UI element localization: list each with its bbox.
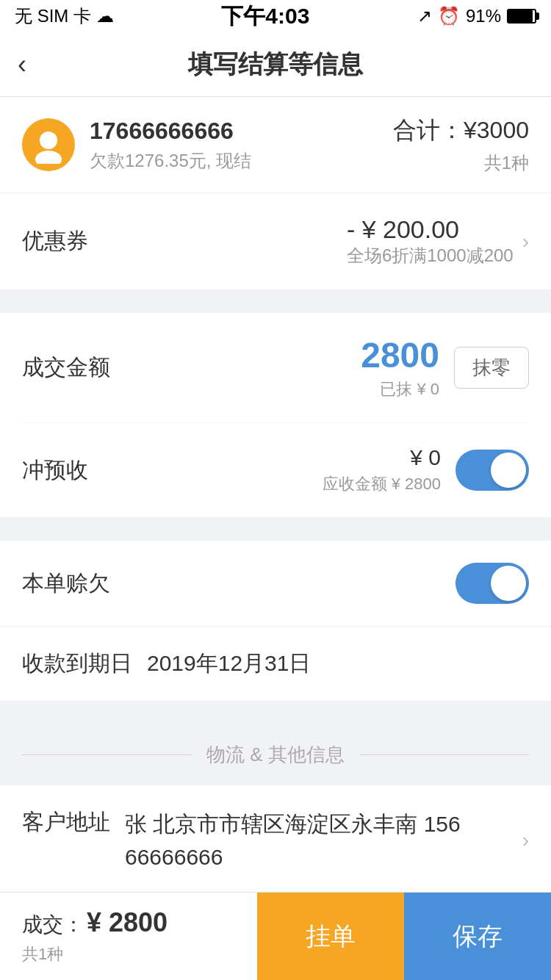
address-section: 客户地址 张 北京市市辖区海淀区永丰南 156 66666666 › bbox=[0, 785, 551, 896]
bad-debt-label: 本单赊欠 bbox=[22, 569, 110, 599]
address-label: 客户地址 bbox=[22, 807, 110, 837]
coupon-label: 优惠券 bbox=[22, 226, 88, 256]
footer-info: 成交： ¥ 2800 共1种 bbox=[0, 907, 257, 965]
precharge-row: 冲预收 ¥ 0 应收金额 ¥ 2800 bbox=[22, 423, 529, 517]
precharge-amount: ¥ 0 bbox=[323, 445, 441, 470]
customer-left: 17666666666 欠款1276.35元, 现结 bbox=[22, 118, 251, 173]
address-chevron-icon: › bbox=[522, 829, 529, 852]
status-bar-right: ↗ ⏰ 91% bbox=[417, 6, 536, 26]
footer-prefix: 成交： bbox=[22, 911, 84, 939]
transaction-amount-row: 成交金额 2800 已抹 ¥ 0 抹零 bbox=[22, 313, 529, 423]
precharge-toggle[interactable] bbox=[455, 450, 529, 491]
bad-debt-toggle-knob bbox=[491, 566, 526, 601]
divider-2 bbox=[0, 529, 551, 541]
coupon-chevron-icon: › bbox=[522, 230, 529, 253]
toggle-knob bbox=[491, 453, 526, 488]
pending-button[interactable]: 挂单 bbox=[257, 893, 404, 980]
logistics-divider: 物流 & 其他信息 bbox=[0, 724, 551, 785]
bad-debt-toggle[interactable] bbox=[455, 563, 529, 604]
coupon-detail: 全场6折满1000减200 bbox=[347, 244, 514, 267]
coupon-right: - ¥ 200.00 全场6折满1000减200 › bbox=[347, 215, 529, 267]
address-row[interactable]: 客户地址 张 北京市市辖区海淀区永丰南 156 66666666 › bbox=[0, 785, 551, 896]
customer-sub: 欠款1276.35元, 现结 bbox=[90, 149, 251, 173]
address-content: 张 北京市市辖区海淀区永丰南 156 66666666 bbox=[125, 807, 508, 873]
transaction-rounded-sub: 已抹 ¥ 0 bbox=[361, 378, 439, 400]
battery-icon bbox=[507, 9, 536, 24]
total-amount: 合计：¥3000 bbox=[393, 115, 529, 147]
customer-section: 17666666666 欠款1276.35元, 现结 合计：¥3000 共1种 … bbox=[0, 97, 551, 289]
precharge-label: 冲预收 bbox=[22, 455, 88, 486]
divider-3 bbox=[0, 713, 551, 724]
footer-amount-line: 成交： ¥ 2800 bbox=[22, 907, 235, 939]
status-bar-left: 无 SIM 卡 ☁ bbox=[15, 4, 114, 28]
precharge-right: ¥ 0 应收金额 ¥ 2800 bbox=[323, 445, 529, 495]
divider-line-right bbox=[359, 754, 529, 755]
location-icon: ↗ bbox=[417, 6, 432, 26]
transaction-amount-right: 2800 已抹 ¥ 0 抹零 bbox=[361, 335, 529, 400]
due-date-value: 2019年12月31日 bbox=[147, 649, 311, 679]
footer-amount: ¥ 2800 bbox=[87, 907, 168, 938]
customer-info: 17666666666 欠款1276.35元, 现结 bbox=[90, 118, 251, 173]
divider-line-left bbox=[22, 754, 192, 755]
battery-label: 91% bbox=[466, 6, 501, 26]
divider-1 bbox=[0, 301, 551, 313]
nav-bar: ‹ 填写结算等信息 bbox=[0, 32, 551, 97]
total-label: 合计： bbox=[393, 117, 464, 143]
customer-phone: 17666666666 bbox=[90, 118, 251, 145]
coupon-discount: - ¥ 200.00 bbox=[347, 215, 514, 244]
transaction-amount-label: 成交金额 bbox=[22, 353, 110, 383]
status-bar: 无 SIM 卡 ☁ 下午4:03 ↗ ⏰ 91% bbox=[0, 0, 551, 32]
bad-debt-section: 本单赊欠 收款到期日 2019年12月31日 bbox=[0, 541, 551, 701]
due-date-row: 收款到期日 2019年12月31日 bbox=[0, 626, 551, 701]
sim-label: 无 SIM 卡 ☁ bbox=[15, 4, 114, 28]
page-title: 填写结算等信息 bbox=[188, 48, 363, 82]
logistics-label: 物流 & 其他信息 bbox=[206, 742, 345, 768]
precharge-amounts: ¥ 0 应收金额 ¥ 2800 bbox=[323, 445, 441, 495]
save-button[interactable]: 保存 bbox=[404, 893, 551, 980]
alarm-icon: ⏰ bbox=[438, 6, 460, 26]
svg-point-1 bbox=[35, 151, 62, 164]
precharge-receivable: 应收金额 ¥ 2800 bbox=[323, 473, 441, 495]
customer-right: 合计：¥3000 共1种 bbox=[393, 115, 529, 175]
coupon-row[interactable]: 优惠券 - ¥ 200.00 全场6折满1000减200 › bbox=[0, 192, 551, 289]
due-date-label: 收款到期日 bbox=[22, 649, 132, 679]
status-bar-time: 下午4:03 bbox=[221, 1, 309, 32]
avatar bbox=[22, 118, 75, 171]
footer: 成交： ¥ 2800 共1种 挂单 保存 bbox=[0, 892, 551, 980]
total-count: 共1种 bbox=[393, 151, 529, 175]
svg-point-0 bbox=[40, 131, 57, 149]
round-zero-button[interactable]: 抹零 bbox=[454, 347, 529, 389]
transaction-amount-value: 2800 bbox=[361, 335, 439, 375]
customer-row: 17666666666 欠款1276.35元, 现结 合计：¥3000 共1种 bbox=[0, 97, 551, 192]
bad-debt-row: 本单赊欠 bbox=[0, 541, 551, 626]
back-button[interactable]: ‹ bbox=[18, 49, 26, 80]
total-value: ¥3000 bbox=[464, 117, 529, 143]
footer-count: 共1种 bbox=[22, 943, 235, 965]
transaction-section: 成交金额 2800 已抹 ¥ 0 抹零 冲预收 ¥ 0 应收金额 ¥ 2800 bbox=[0, 313, 551, 517]
